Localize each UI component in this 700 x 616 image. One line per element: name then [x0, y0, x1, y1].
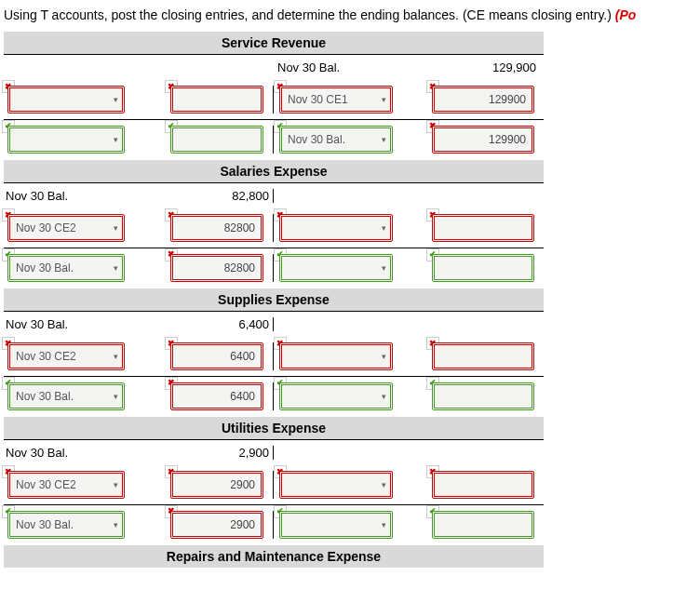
- debit-label-dropdown[interactable]: [7, 126, 125, 154]
- t-row: Nov 30 CE1129900: [4, 80, 544, 119]
- t-left: Nov 30 Bal.6,400: [4, 317, 274, 331]
- credit-label-dropdown[interactable]: [279, 382, 393, 410]
- t-left: Nov 30 CE26400: [4, 342, 274, 370]
- t-left: Nov 30 Bal.6400: [4, 382, 274, 410]
- t-left: [4, 86, 274, 114]
- t-account-title: Supplies Expense: [4, 288, 544, 311]
- t-row: Nov 30 Bal.82,800: [4, 182, 544, 208]
- t-right: [274, 471, 544, 499]
- t-left: Nov 30 Bal.82800: [4, 254, 274, 282]
- debit-label-dropdown[interactable]: Nov 30 CE2: [7, 342, 125, 370]
- debit-value-input[interactable]: 6400: [170, 342, 263, 370]
- t-left: [4, 126, 274, 154]
- credit-value-input[interactable]: [432, 471, 534, 499]
- credit-label-dropdown[interactable]: [279, 511, 393, 539]
- t-row: Nov 30 Bal.129900: [4, 119, 544, 158]
- t-account-title: Service Revenue: [4, 32, 544, 54]
- t-row: Nov 30 CE26400: [4, 337, 544, 376]
- credit-label-dropdown[interactable]: [279, 471, 393, 499]
- debit-label-dropdown[interactable]: Nov 30 Bal.: [7, 254, 125, 282]
- credit-label-dropdown[interactable]: [279, 214, 393, 242]
- debit-label-dropdown[interactable]: Nov 30 Bal.: [7, 511, 125, 539]
- debit-value-input[interactable]: [170, 86, 263, 114]
- debit-value: 82,800: [232, 189, 269, 203]
- debit-label: Nov 30 Bal.: [6, 446, 68, 460]
- t-account: Service RevenueNov 30 Bal.129,900Nov 30 …: [4, 32, 544, 158]
- t-row: Nov 30 Bal.82800: [4, 248, 544, 287]
- t-right: [274, 382, 544, 410]
- credit-value-input[interactable]: [432, 511, 534, 539]
- credit-value-input[interactable]: 129900: [432, 86, 534, 114]
- t-right: [274, 342, 544, 370]
- credit-label-dropdown[interactable]: Nov 30 Bal.: [279, 126, 393, 154]
- instruction-text: Using T accounts, post the closing entri…: [4, 7, 700, 22]
- t-row: Nov 30 Bal.2900: [4, 504, 544, 543]
- credit-label-dropdown[interactable]: [279, 342, 393, 370]
- debit-label: Nov 30 Bal.: [6, 189, 68, 203]
- debit-value-input[interactable]: 82800: [170, 214, 263, 242]
- debit-label: Nov 30 Bal.: [6, 317, 68, 331]
- t-left: Nov 30 CE282800: [4, 214, 274, 242]
- t-account: Salaries ExpenseNov 30 Bal.82,800Nov 30 …: [4, 160, 544, 287]
- debit-value: 6,400: [238, 317, 269, 331]
- credit-value-input[interactable]: [432, 342, 534, 370]
- debit-label-dropdown[interactable]: [7, 86, 125, 114]
- debit-label-dropdown[interactable]: Nov 30 CE2: [7, 471, 125, 499]
- t-right: [274, 214, 544, 242]
- instruction-hint: (Po: [615, 7, 637, 22]
- t-account: Utilities ExpenseNov 30 Bal.2,900Nov 30 …: [4, 417, 544, 543]
- instruction-main: Using T accounts, post the closing entri…: [4, 7, 615, 22]
- t-row: Nov 30 Bal.6400: [4, 376, 544, 415]
- t-row: Nov 30 Bal.2,900: [4, 439, 544, 465]
- credit-value-input[interactable]: 129900: [432, 126, 534, 154]
- debit-label-dropdown[interactable]: Nov 30 Bal.: [7, 382, 125, 410]
- debit-value-input[interactable]: 2900: [170, 471, 263, 499]
- t-row: Nov 30 CE22900: [4, 465, 544, 504]
- t-account: Repairs and Maintenance Expense: [4, 545, 544, 568]
- debit-value-input[interactable]: 82800: [170, 254, 263, 282]
- t-left: Nov 30 Bal.2,900: [4, 446, 274, 460]
- debit-label-dropdown[interactable]: Nov 30 CE2: [7, 214, 125, 242]
- t-left: Nov 30 CE22900: [4, 471, 274, 499]
- debit-value: 2,900: [238, 446, 269, 460]
- credit-value-input[interactable]: [432, 382, 534, 410]
- credit-label-dropdown[interactable]: [279, 254, 393, 282]
- t-right: Nov 30 CE1129900: [274, 86, 544, 114]
- t-account: Supplies ExpenseNov 30 Bal.6,400Nov 30 C…: [4, 288, 544, 415]
- t-left: Nov 30 Bal.82,800: [4, 189, 274, 203]
- credit-value-input[interactable]: [432, 254, 534, 282]
- t-right: Nov 30 Bal.129,900: [274, 60, 544, 74]
- debit-value-input[interactable]: [170, 126, 263, 154]
- credit-label: Nov 30 Bal.: [277, 60, 340, 74]
- t-right: [274, 254, 544, 282]
- t-account-title: Repairs and Maintenance Expense: [4, 545, 544, 568]
- credit-value-input[interactable]: [432, 214, 534, 242]
- debit-value-input[interactable]: 6400: [170, 382, 263, 410]
- t-account-title: Salaries Expense: [4, 160, 544, 182]
- t-left: Nov 30 Bal.2900: [4, 511, 274, 539]
- t-row: Nov 30 CE282800: [4, 208, 544, 248]
- t-right: [274, 511, 544, 539]
- t-row: Nov 30 Bal.6,400: [4, 311, 544, 337]
- debit-value-input[interactable]: 2900: [170, 511, 263, 539]
- t-right: Nov 30 Bal.129900: [274, 126, 544, 154]
- t-row: Nov 30 Bal.129,900: [4, 54, 544, 80]
- credit-value: 129,900: [492, 60, 536, 74]
- credit-label-dropdown[interactable]: Nov 30 CE1: [279, 86, 393, 114]
- t-account-title: Utilities Expense: [4, 417, 544, 439]
